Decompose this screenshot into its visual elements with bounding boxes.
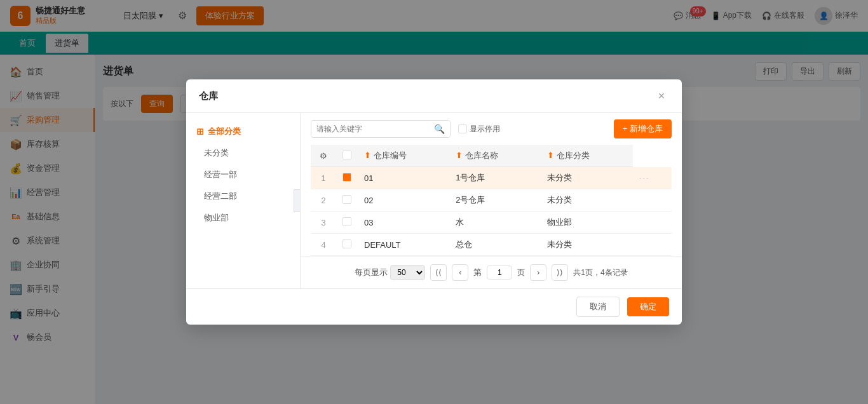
table-toolbar: 🔍 显示停用 + 新增仓库 — [301, 113, 682, 145]
row-code-3: 03 — [358, 212, 449, 234]
category-sidebar: ⊞ 全部分类 未分类 经营一部 经营二部 物业部 《 — [186, 113, 301, 288]
confirm-button[interactable]: 确定 — [627, 297, 669, 316]
th-checkbox — [336, 145, 358, 167]
modal-close-button[interactable]: × — [654, 88, 669, 104]
row-category-2: 未分类 — [541, 189, 632, 212]
th-name: ⬆ 仓库名称 — [449, 145, 541, 167]
show-disabled-checkbox[interactable] — [458, 125, 467, 133]
table-body: 1 01 1号仓库 未分类 ··· 2 — [311, 167, 672, 256]
row-code-1: 01 — [358, 167, 449, 189]
row-category-1: 未分类 — [541, 167, 632, 189]
row-num-3: 3 — [311, 212, 336, 234]
table-area: 🔍 显示停用 + 新增仓库 ⚙ — [301, 113, 682, 288]
table-row[interactable]: 3 03 水 物业部 — [311, 212, 672, 234]
page-number-input[interactable] — [487, 266, 512, 279]
category-item-ops2[interactable]: 经营二部 — [186, 185, 300, 207]
warehouse-modal: 仓库 × ⊞ 全部分类 未分类 经营一部 经营二部 物业部 《 — [186, 79, 682, 325]
sort-icon: ⬆ — [364, 151, 371, 160]
row-checkbox-1[interactable] — [336, 167, 358, 189]
row-actions-1: ··· — [633, 167, 672, 189]
add-warehouse-button[interactable]: + 新增仓库 — [614, 119, 672, 138]
sort-icon2: ⬆ — [456, 151, 463, 160]
data-table: ⚙ ⬆ 仓库编号 ⬆ 仓库名称 — [301, 145, 682, 256]
total-info: 共1页，4条记录 — [573, 267, 627, 278]
row-name-2: 2号仓库 — [449, 189, 541, 212]
per-page-label: 每页显示 50 20 100 — [355, 265, 425, 280]
category-all[interactable]: ⊞ 全部分类 — [186, 121, 300, 142]
row-name-1: 1号仓库 — [449, 167, 541, 189]
sort-icon3: ⬆ — [547, 151, 554, 160]
row-checkbox-4[interactable] — [336, 234, 358, 256]
prev-page-button[interactable]: ‹ — [452, 264, 468, 281]
th-category: ⬆ 仓库分类 — [541, 145, 632, 167]
modal-title: 仓库 — [199, 90, 218, 102]
row-code-4: DEFAULT — [358, 234, 449, 256]
table-row[interactable]: 4 DEFAULT 总仓 未分类 — [311, 234, 672, 256]
th-settings: ⚙ — [311, 145, 336, 167]
th-code: ⬆ 仓库编号 — [358, 145, 449, 167]
modal-header: 仓库 × — [186, 79, 682, 113]
show-disabled-label[interactable]: 显示停用 — [458, 124, 500, 135]
table-row[interactable]: 1 01 1号仓库 未分类 ··· — [311, 167, 672, 189]
search-input[interactable] — [311, 121, 429, 137]
row-name-3: 水 — [449, 212, 541, 234]
row-code-2: 02 — [358, 189, 449, 212]
warehouse-table: ⚙ ⬆ 仓库编号 ⬆ 仓库名称 — [311, 145, 672, 256]
pagination: 每页显示 50 20 100 ⟨⟨ ‹ 第 页 › ⟩⟩ 共1页，4条记录 — [301, 256, 682, 288]
row-category-3: 物业部 — [541, 212, 632, 234]
category-item-property[interactable]: 物业部 — [186, 207, 300, 229]
modal-footer: 取消 确定 — [186, 288, 682, 325]
modal-overlay[interactable]: 仓库 × ⊞ 全部分类 未分类 经营一部 经营二部 物业部 《 — [0, 0, 868, 404]
row-name-4: 总仓 — [449, 234, 541, 256]
search-button[interactable]: 🔍 — [429, 121, 450, 137]
row-checkbox-3[interactable] — [336, 212, 358, 234]
table-row[interactable]: 2 02 2号仓库 未分类 — [311, 189, 672, 212]
collapse-sidebar-button[interactable]: 《 — [294, 189, 301, 212]
table-header: ⚙ ⬆ 仓库编号 ⬆ 仓库名称 — [311, 145, 672, 167]
cancel-button[interactable]: 取消 — [576, 297, 620, 317]
row-num-2: 2 — [311, 189, 336, 212]
first-page-button[interactable]: ⟨⟨ — [430, 264, 447, 281]
grid-icon: ⊞ — [196, 126, 204, 137]
search-box: 🔍 — [311, 120, 451, 138]
row-checkbox-2[interactable] — [336, 189, 358, 212]
row-num-4: 4 — [311, 234, 336, 256]
modal-body: ⊞ 全部分类 未分类 经营一部 经营二部 物业部 《 🔍 — [186, 113, 682, 288]
last-page-button[interactable]: ⟩⟩ — [552, 264, 568, 281]
select-all-checkbox[interactable] — [342, 151, 351, 159]
category-item-ops1[interactable]: 经营一部 — [186, 164, 300, 185]
page-label-prefix: 第 — [473, 267, 482, 278]
per-page-select[interactable]: 50 20 100 — [390, 265, 425, 280]
row-num-1: 1 — [311, 167, 336, 189]
category-item-unclassified[interactable]: 未分类 — [186, 142, 300, 164]
next-page-button[interactable]: › — [530, 264, 546, 281]
row-category-4: 未分类 — [541, 234, 632, 256]
page-label: 页 — [517, 267, 525, 278]
